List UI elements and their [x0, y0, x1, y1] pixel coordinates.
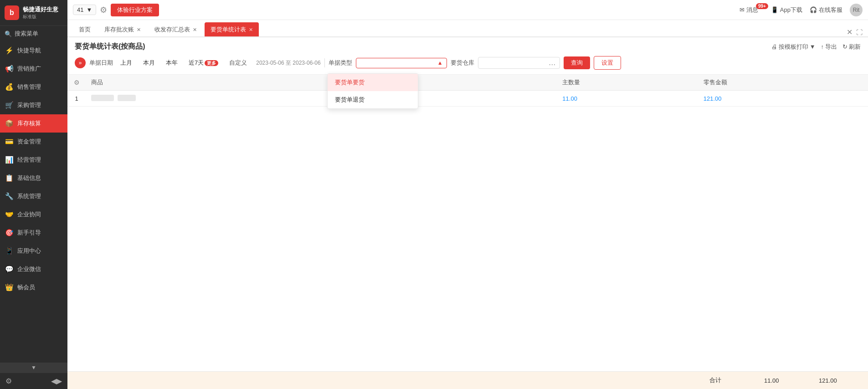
topbar: 41 ▼ ⚙ 体验行业方案 ✉ 消息 99+ 📱 App下载 🎧 在线客服 Ri…	[67, 0, 868, 20]
topbar-left: 41 ▼ ⚙ 体验行业方案	[73, 4, 159, 16]
sidebar-item-enterprise[interactable]: 🤝 企业协同	[0, 205, 67, 224]
last-7-days-button[interactable]: 近7天更多	[185, 58, 222, 68]
sidebar-item-inventory[interactable]: 📦 库存核算	[0, 114, 67, 133]
type-select[interactable]: ▲	[356, 58, 447, 68]
user-avatar[interactable]: Rit	[850, 4, 863, 16]
online-service-button[interactable]: 🎧 在线客服	[810, 6, 842, 14]
trial-button[interactable]: 体验行业方案	[111, 4, 159, 16]
sidebar-item-operations[interactable]: 📊 经营管理	[0, 151, 67, 169]
settings-icon[interactable]: ⚙	[5, 377, 12, 385]
tab-order-stats[interactable]: 要货单统计表 ✕	[205, 22, 259, 36]
last-month-button[interactable]: 上月	[117, 58, 136, 68]
sales-icon: 💰	[5, 82, 14, 92]
tab-inventory-batch[interactable]: 库存批次账 ✕	[98, 22, 147, 36]
basic-info-icon: 📋	[5, 174, 14, 183]
page-header: 要货单统计表(按商品) 🖨 按模板打印 ▼ ↑ 导出 ↻ 刷新	[67, 37, 868, 51]
system-icon: 🔧	[5, 192, 14, 201]
export-icon: ↑	[821, 43, 824, 50]
table-footer: 合计 11.00 121.00	[67, 371, 868, 389]
search-menu[interactable]: 🔍 搜索菜单	[0, 26, 67, 41]
settings-button[interactable]: 设置	[594, 56, 621, 70]
sidebar-nav: ⚡ 快捷导航 📢 营销推广 💰 销售管理 🛒 采购管理 📦 库存核算 💳 资金管…	[0, 41, 67, 363]
tab-receivable-summary[interactable]: 收发存汇总表 ✕	[149, 22, 203, 36]
topbar-settings-icon[interactable]: ⚙	[100, 5, 107, 15]
tab-close-order-stats[interactable]: ✕	[249, 27, 253, 33]
search-icon: 🔍	[5, 31, 12, 37]
sidebar-scroll-down[interactable]: ▼	[0, 363, 67, 373]
app-center-icon: 📱	[5, 246, 14, 256]
sidebar-item-sales[interactable]: 💰 销售管理	[0, 78, 67, 96]
sidebar-item-app-center[interactable]: 📱 应用中心	[0, 242, 67, 260]
warehouse-value	[482, 60, 546, 67]
logo-icon: b	[5, 5, 19, 20]
refresh-icon: ↻	[842, 43, 847, 50]
column-settings[interactable]: ⚙	[67, 75, 86, 91]
custom-date-button[interactable]: 自定义	[226, 58, 251, 68]
this-month-button[interactable]: 本月	[139, 58, 159, 68]
table-header-row: ⚙ 商品 主计量单位 主数量 零售金额	[67, 75, 868, 91]
tabs-fullscreen-icon[interactable]: ⛶	[856, 29, 863, 36]
refresh-button[interactable]: ↻ 刷新	[842, 43, 861, 51]
tab-close-inventory-batch[interactable]: ✕	[137, 27, 141, 33]
row-index: 1	[67, 91, 86, 107]
logo-area: b 畅捷通好生意 标准版	[0, 0, 67, 26]
collapse-icon[interactable]: ◀▶	[51, 377, 62, 385]
inventory-icon: 📦	[5, 119, 14, 128]
more-badge: 更多	[205, 60, 218, 66]
messages-button[interactable]: ✉ 消息 99+	[740, 6, 764, 14]
finance-icon: 💳	[5, 137, 14, 146]
message-icon: ✉	[740, 6, 745, 13]
row-product	[86, 91, 358, 107]
sidebar-item-wechat[interactable]: 💬 企业微信	[0, 260, 67, 278]
warehouse-input[interactable]: …	[478, 57, 560, 69]
export-button[interactable]: ↑ 导出	[821, 43, 837, 51]
query-button[interactable]: 查询	[564, 56, 590, 69]
page-actions: 🖨 按模板打印 ▼ ↑ 导出 ↻ 刷新	[771, 43, 861, 51]
dropdown-item-order-goods[interactable]: 要货单要货	[328, 74, 418, 91]
column-quantity: 主数量	[557, 75, 698, 91]
this-year-button[interactable]: 本年	[162, 58, 181, 68]
app-download-button[interactable]: 📱 App下载	[771, 6, 802, 14]
sidebar-item-guide[interactable]: 🎯 新手引导	[0, 224, 67, 242]
column-settings-icon[interactable]: ⚙	[74, 79, 80, 86]
warehouse-more-icon[interactable]: …	[549, 59, 556, 67]
warehouse-label: 要货仓库	[451, 59, 474, 67]
sidebar-item-system[interactable]: 🔧 系统管理	[0, 187, 67, 205]
footer-amount: 121.00	[813, 377, 868, 384]
sidebar-item-purchase[interactable]: 🛒 采购管理	[0, 96, 67, 114]
company-selector[interactable]: 41 ▼	[73, 5, 96, 15]
footer-quantity: 11.00	[759, 377, 813, 384]
quick-nav-icon: ⚡	[5, 46, 14, 55]
column-amount: 零售金额	[698, 75, 868, 91]
download-icon: 📱	[771, 6, 778, 13]
sidebar-item-quick-nav[interactable]: ⚡ 快捷导航	[0, 41, 67, 60]
sidebar-item-basic-info[interactable]: 📋 基础信息	[0, 169, 67, 187]
guide-icon: 🎯	[5, 228, 14, 237]
print-button[interactable]: 🖨 按模板打印 ▼	[771, 43, 816, 51]
operations-icon: 📊	[5, 155, 14, 164]
sidebar-item-marketing[interactable]: 📢 营销推广	[0, 60, 67, 78]
type-select-arrow: ▲	[437, 60, 443, 66]
marketing-icon: 📢	[5, 64, 14, 73]
tab-close-receivable[interactable]: ✕	[193, 27, 197, 33]
wechat-icon: 💬	[5, 265, 14, 274]
row-quantity: 11.00	[557, 91, 698, 107]
topbar-right: ✉ 消息 99+ 📱 App下载 🎧 在线客服 Rit	[740, 4, 863, 16]
sidebar-footer: ⚙ ◀▶	[0, 373, 67, 389]
filter-bar: » 单据日期 上月 本月 本年 近7天更多 自定义 2023-05-06 至 2…	[67, 51, 868, 75]
tabs: 首页 库存批次账 ✕ 收发存汇总表 ✕ 要货单统计表 ✕ ✕ ⛶	[67, 20, 868, 37]
tab-home[interactable]: 首页	[73, 22, 97, 36]
tabs-expand-icon[interactable]: ✕	[847, 28, 853, 36]
date-label: 单据日期	[89, 59, 113, 67]
print-icon: 🖨	[771, 43, 777, 50]
service-icon: 🎧	[810, 6, 817, 13]
sidebar-item-member[interactable]: 👑 畅会员	[0, 278, 67, 297]
sidebar-item-finance[interactable]: 💳 资金管理	[0, 133, 67, 151]
dropdown-item-order-return[interactable]: 要货单退货	[328, 91, 418, 108]
main-area: 41 ▼ ⚙ 体验行业方案 ✉ 消息 99+ 📱 App下载 🎧 在线客服 Ri…	[67, 0, 868, 389]
filter-expand-button[interactable]: »	[75, 57, 86, 68]
sidebar: b 畅捷通好生意 标准版 🔍 搜索菜单 ⚡ 快捷导航 📢 营销推广 💰 销售管理…	[0, 0, 67, 389]
page-title: 要货单统计表(按商品)	[75, 42, 145, 51]
type-select-value	[360, 60, 433, 67]
page-content: 要货单统计表(按商品) 🖨 按模板打印 ▼ ↑ 导出 ↻ 刷新	[67, 37, 868, 389]
